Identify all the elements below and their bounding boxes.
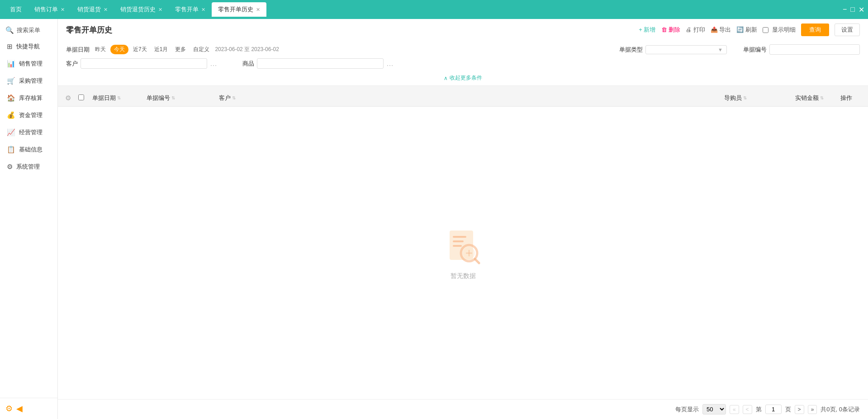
date-btn-7days[interactable]: 近7天 [130,45,150,54]
no-filter-input[interactable] [769,44,860,55]
th-salesman[interactable]: 导购员 ⇅ [720,90,774,106]
th-customer-label: 客户 [219,94,231,102]
sidebar-item-inventory[interactable]: 🏠 库存核算 [0,89,57,107]
sidebar-item-purchase-mgmt[interactable]: 🛒 采购管理 [0,72,57,89]
operations-icon: 📈 [7,128,15,137]
th-amount[interactable]: 实销金额 ⇅ [774,90,828,106]
date-filter-label: 单据日期 [66,46,90,54]
tab-retail-open[interactable]: 零售开单 ✕ [169,2,212,17]
date-btn-yesterday[interactable]: 昨天 [92,45,109,54]
th-date[interactable]: 单据日期 ⇅ [88,90,142,106]
tab-sales-order[interactable]: 销售订单 ✕ [28,2,71,17]
tab-retail-open-history-close[interactable]: ✕ [256,7,260,13]
sidebar-search-label: 搜索采单 [17,26,40,34]
print-button[interactable]: 🖨 打印 [686,26,705,34]
new-button[interactable]: + 新增 [639,26,655,34]
th-op: 操作 [828,90,864,106]
sidebar-item-finance-label: 资金管理 [19,111,43,119]
tab-retail-open-history-label: 零售开单历史 [218,5,253,14]
delete-button[interactable]: 🗑 删除 [661,26,681,34]
tab-retail-open-close[interactable]: ✕ [201,7,205,13]
window-minimize[interactable]: − [843,5,847,14]
page-header: 零售开单历史 + 新增 🗑 删除 🖨 打印 📤 导出 🔄 刷新 显示明细 查询 … [58,19,868,40]
query-button[interactable]: 查询 [801,24,829,36]
customer-dots[interactable]: … [210,60,217,68]
tab-sales-return-history-close[interactable]: ✕ [158,7,162,13]
customer-filter-label: 客户 [66,60,78,68]
date-btn-custom[interactable]: 自定义 [190,45,212,54]
date-btn-more[interactable]: 更多 [172,45,189,54]
sidebar-item-sales-mgmt-label: 销售管理 [19,60,43,68]
th-amount-label: 实销金额 [795,94,819,102]
th-date-sort-icon: ⇅ [117,95,121,100]
content-area: 零售开单历史 + 新增 🗑 删除 🖨 打印 📤 导出 🔄 刷新 显示明细 查询 … [58,19,868,419]
empty-illustration [443,226,484,267]
next-page-btn[interactable]: > [795,405,804,414]
first-page-btn[interactable]: « [730,405,739,414]
tab-retail-open-label: 零售开单 [175,5,199,14]
show-detail-checkbox[interactable] [763,27,768,33]
tab-sales-return-label: 销货退货 [77,5,101,14]
refresh-button[interactable]: 🔄 刷新 [736,26,757,34]
goods-filter-label: 商品 [242,60,254,68]
sidebar-collapse-icon[interactable]: ◀ [16,404,23,414]
th-customer-sort-icon: ⇅ [232,95,236,100]
date-btn-1month[interactable]: 近1月 [152,45,171,54]
sidebar-item-basic-info[interactable]: 📋 基础信息 [0,141,57,158]
sidebar-item-system-mgmt-label: 系统管理 [16,163,40,171]
tab-bar: 首页 销售订单 ✕ 销货退货 ✕ 销货退货历史 ✕ 零售开单 ✕ 零售开单历史 … [0,0,868,19]
page-summary: 共0页, 0条记录 [821,405,860,414]
last-page-btn[interactable]: » [808,405,817,414]
tab-sales-return-close[interactable]: ✕ [104,7,108,13]
filter-area: 单据日期 昨天 今天 近7天 近1月 更多 自定义 2023-06-02 至 2… [58,40,868,86]
goods-filter-input[interactable] [257,58,384,69]
th-date-label: 单据日期 [92,94,116,102]
tab-home[interactable]: 首页 [4,2,28,17]
tab-sales-return[interactable]: 销货退货 ✕ [71,2,114,17]
page-number-input[interactable] [765,405,782,414]
search-icon: 🔍 [5,26,14,34]
table-settings-icon[interactable]: ⚙ [62,94,75,102]
setting-button[interactable]: 设置 [835,24,860,36]
sidebar-item-quick-nav[interactable]: ⊞ 快捷导航 [0,38,57,55]
prev-page-btn[interactable]: < [743,405,752,414]
sidebar-item-purchase-mgmt-label: 采购管理 [19,77,43,85]
tab-retail-open-history[interactable]: 零售开单历史 ✕ [212,2,266,17]
th-customer[interactable]: 客户 ⇅ [214,90,720,106]
per-page-label: 每页显示 [675,405,699,414]
sidebar-item-sales-mgmt[interactable]: 📊 销售管理 [0,55,57,72]
sidebar-settings-icon[interactable]: ⚙ [5,404,13,414]
date-btn-today[interactable]: 今天 [110,45,128,54]
per-page-select[interactable]: 50 10 20 100 [702,404,726,414]
th-no[interactable]: 单据编号 ⇅ [142,90,214,106]
table-select-all-checkbox[interactable] [75,94,88,102]
filter-date-field: 单据日期 昨天 今天 近7天 近1月 更多 自定义 2023-06-02 至 2… [66,45,279,54]
filter-goods-field: 商品 … [242,58,394,69]
empty-text: 暂无数据 [451,272,476,280]
filter-row-2: 客户 … 商品 … [66,58,860,69]
sidebar-item-system-mgmt[interactable]: ⚙ 系统管理 [0,158,57,175]
svg-rect-1 [453,236,466,238]
window-controls: − □ ✕ [843,5,864,14]
sidebar-item-basic-info-label: 基础信息 [19,146,43,154]
select-all-input[interactable] [78,94,84,100]
type-select[interactable]: ▼ [645,45,727,54]
goods-dots[interactable]: … [386,60,394,68]
tab-sales-return-history[interactable]: 销货退货历史 ✕ [114,2,169,17]
th-salesman-label: 导购员 [724,94,742,102]
customer-filter-input[interactable] [81,58,207,69]
header-actions: + 新增 🗑 删除 🖨 打印 📤 导出 🔄 刷新 显示明细 查询 设置 [639,24,860,36]
sidebar-item-finance[interactable]: 💰 资金管理 [0,107,57,124]
sidebar-search[interactable]: 🔍 搜索采单 [0,23,57,38]
empty-state: 暂无数据 [58,107,868,399]
export-button[interactable]: 📤 导出 [711,26,731,34]
collapse-button[interactable]: ∧ 收起更多条件 [444,74,482,82]
window-close[interactable]: ✕ [859,5,864,14]
filter-type-field: 单据类型 ▼ [286,45,727,54]
filter-row-1: 单据日期 昨天 今天 近7天 近1月 更多 自定义 2023-06-02 至 2… [66,44,860,55]
window-maximize[interactable]: □ [850,5,855,14]
sidebar-item-operations[interactable]: 📈 经营管理 [0,124,57,141]
tab-sales-order-close[interactable]: ✕ [61,7,65,13]
show-detail-label: 显示明细 [772,26,796,34]
date-btns: 昨天 今天 近7天 近1月 更多 自定义 [92,45,212,54]
